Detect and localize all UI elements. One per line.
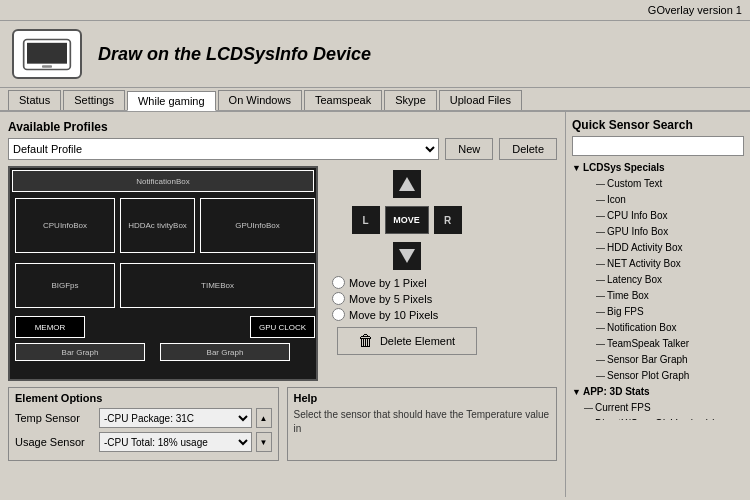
canvas-area: NotificationBox CPUInfoBox HDDAc tivityB… (8, 166, 557, 381)
device-icon (12, 29, 82, 79)
lcd-canvas: NotificationBox CPUInfoBox HDDAc tivityB… (8, 166, 318, 381)
svg-rect-2 (42, 65, 52, 68)
tree-group-lcdsys[interactable]: ▼ LCDSys Specials (572, 160, 744, 176)
available-profiles-title: Available Profiles (8, 120, 557, 134)
move-left-button[interactable]: L (352, 206, 380, 234)
usage-sensor-select[interactable]: -CPU Total: 18% usage (99, 432, 252, 452)
tree-teamspeak-talker[interactable]: —TeamSpeak Talker (584, 336, 744, 352)
tree-time-box[interactable]: —Time Box (584, 288, 744, 304)
move-up-button[interactable] (393, 170, 421, 198)
tree-icon[interactable]: —Icon (584, 192, 744, 208)
tab-while-gaming[interactable]: While gaming (127, 91, 216, 111)
title-bar: GOverlay version 1 (0, 0, 750, 21)
move-5-pixels[interactable]: Move by 5 Pixels (332, 292, 489, 305)
expand-3dstats-icon: ▼ (572, 385, 581, 399)
controls-area: L MOVE R Move by 1 Pixel (324, 166, 489, 381)
tree-notification-box[interactable]: —Notification Box (584, 320, 744, 336)
tab-status[interactable]: Status (8, 90, 61, 110)
tree-lcdsys-children: —Custom Text —Icon —CPU Info Box —GPU In… (572, 176, 744, 384)
tab-settings[interactable]: Settings (63, 90, 125, 110)
time-box[interactable]: TIMEBox (120, 263, 315, 308)
tree-current-fps[interactable]: —Current FPS (572, 400, 744, 416)
tab-on-windows[interactable]: On Windows (218, 90, 302, 110)
move-down-button[interactable] (393, 242, 421, 270)
tree-hdd-activity-box[interactable]: —HDD Activity Box (584, 240, 744, 256)
tree-sensor-bar-graph[interactable]: —Sensor Bar Graph (584, 352, 744, 368)
usage-sensor-label: Usage Sensor (15, 436, 95, 448)
gpu-clock-box[interactable]: GPU CLOCK (250, 316, 315, 338)
temp-sensor-select[interactable]: -CPU Package: 31C (99, 408, 252, 428)
main-content: Available Profiles Default Profile New D… (0, 112, 750, 497)
bar-graph-2[interactable]: Bar Graph (160, 343, 290, 361)
tree-group-3dstats[interactable]: ▼ APP: 3D Stats (572, 384, 744, 400)
tree-custom-text[interactable]: —Custom Text (584, 176, 744, 192)
help-title: Help (294, 392, 551, 404)
hdd-activity-box[interactable]: HDDAc tivityBox (120, 198, 195, 253)
temp-sensor-row: Temp Sensor -CPU Package: 31C ▲ (15, 408, 272, 428)
expand-lcdsys-icon: ▼ (572, 161, 581, 175)
trash-icon: 🗑 (358, 332, 374, 350)
sensor-tree: ▼ LCDSys Specials —Custom Text —Icon —CP… (572, 160, 744, 420)
right-panel: Quick Sensor Search ▼ LCDSys Specials —C… (565, 112, 750, 497)
quick-sensor-title: Quick Sensor Search (572, 118, 744, 132)
tab-bar: Status Settings While gaming On Windows … (0, 88, 750, 112)
move-center-label: MOVE (385, 206, 429, 234)
usage-sensor-row: Usage Sensor -CPU Total: 18% usage ▼ (15, 432, 272, 452)
app-version: GOverlay version 1 (648, 4, 742, 16)
usage-scroll-btn[interactable]: ▼ (256, 432, 272, 452)
sensor-search-input[interactable] (572, 136, 744, 156)
profiles-row: Default Profile New Delete (8, 138, 557, 160)
profile-select[interactable]: Default Profile (8, 138, 439, 160)
tree-directx-version[interactable]: —DirectX/OpenGL Version(s) (572, 416, 744, 420)
temp-sensor-label: Temp Sensor (15, 412, 95, 424)
tree-sensor-plot-graph[interactable]: —Sensor Plot Graph (584, 368, 744, 384)
big-fps-box[interactable]: BIGFps (15, 263, 115, 308)
help-text: Select the sensor that should have the T… (294, 408, 551, 436)
app-header: Draw on the LCDSysInfo Device (0, 21, 750, 88)
notification-box[interactable]: NotificationBox (12, 170, 314, 192)
tab-teamspeak[interactable]: Teamspeak (304, 90, 382, 110)
left-panel: Available Profiles Default Profile New D… (0, 112, 565, 497)
element-options-panel: Element Options Temp Sensor -CPU Package… (8, 387, 279, 461)
tree-latency-box[interactable]: —Latency Box (584, 272, 744, 288)
tree-cpu-info-box[interactable]: —CPU Info Box (584, 208, 744, 224)
pixel-radio-group: Move by 1 Pixel Move by 5 Pixels Move by… (324, 276, 489, 321)
temp-scroll-btn[interactable]: ▲ (256, 408, 272, 428)
move-1-pixel[interactable]: Move by 1 Pixel (332, 276, 489, 289)
svg-rect-1 (27, 42, 67, 63)
move-pad: L MOVE R (352, 170, 462, 270)
element-options-title: Element Options (15, 392, 272, 404)
tree-net-activity-box[interactable]: —NET Activity Box (584, 256, 744, 272)
move-right-button[interactable]: R (434, 206, 462, 234)
delete-element-button[interactable]: 🗑 Delete Element (337, 327, 477, 355)
gpu-info-box[interactable]: GPUInfoBox (200, 198, 315, 253)
delete-profile-button[interactable]: Delete (499, 138, 557, 160)
help-panel: Help Select the sensor that should have … (287, 387, 558, 461)
move-10-pixels[interactable]: Move by 10 Pixels (332, 308, 489, 321)
bar-graph-1[interactable]: Bar Graph (15, 343, 145, 361)
app-title: Draw on the LCDSysInfo Device (98, 44, 371, 65)
tree-gpu-info-box[interactable]: —GPU Info Box (584, 224, 744, 240)
memor-box[interactable]: MEMOR (15, 316, 85, 338)
cpu-info-box[interactable]: CPUInfoBox (15, 198, 115, 253)
tab-upload-files[interactable]: Upload Files (439, 90, 522, 110)
new-button[interactable]: New (445, 138, 493, 160)
tab-skype[interactable]: Skype (384, 90, 437, 110)
tree-big-fps[interactable]: —Big FPS (584, 304, 744, 320)
bottom-section: Element Options Temp Sensor -CPU Package… (8, 387, 557, 461)
